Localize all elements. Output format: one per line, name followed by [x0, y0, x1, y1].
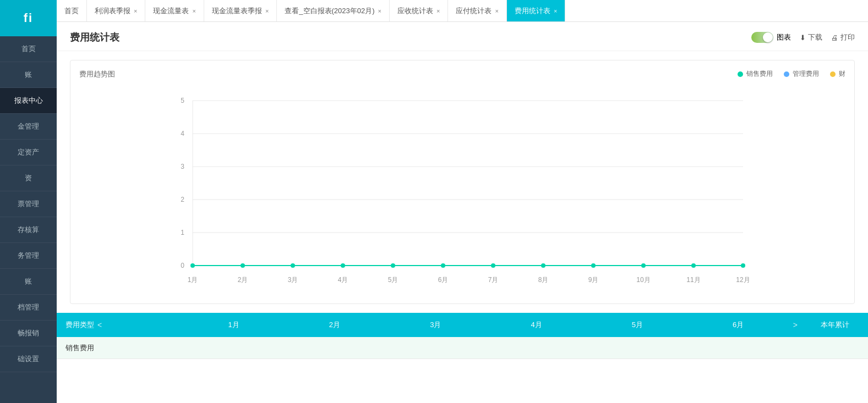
page-header: 费用统计表 图表 ⬇ 下载 🖨 打印 [57, 22, 868, 51]
svg-text:5: 5 [181, 97, 184, 104]
chart-toggle[interactable] [751, 32, 773, 43]
close-tab-blank-report[interactable]: × [378, 8, 381, 14]
page-content: 费用统计表 图表 ⬇ 下载 🖨 打印 [57, 22, 868, 403]
svg-text:4: 4 [181, 130, 184, 137]
table-header-month-5: 5月 [587, 320, 687, 330]
close-tab-profit-quarterly[interactable]: × [134, 8, 137, 14]
print-button[interactable]: 🖨 打印 [831, 32, 855, 42]
svg-text:11月: 11月 [686, 276, 700, 284]
sidebar-item-account[interactable]: 账 [0, 62, 57, 88]
sidebar-item-archive[interactable]: 档管理 [0, 295, 57, 321]
chart-toggle-wrap: 图表 [751, 32, 791, 43]
svg-text:3月: 3月 [288, 276, 298, 284]
table-header-yearly: 本年累计 [802, 320, 868, 330]
sidebar-item-invoice[interactable]: 票管理 [0, 191, 57, 217]
sidebar: fi 首页 账 报表中心 金管理 定资产 资 票管理 存核算 务管理 账 档管理… [0, 0, 57, 403]
table-header-month-1: 1月 [183, 320, 284, 330]
tab-payable[interactable]: 应付统计表 × [448, 0, 506, 21]
close-tab-cashflow[interactable]: × [192, 8, 195, 14]
chart-area: 费用趋势图 销售费用 管理费用 财 [70, 60, 855, 304]
toggle-label: 图表 [777, 32, 791, 42]
tab-profit-quarterly[interactable]: 利润表季报 × [87, 0, 145, 21]
legend-dot-admin [784, 71, 789, 77]
next-arrow[interactable]: > [789, 321, 802, 329]
tab-home[interactable]: 首页 [57, 0, 87, 21]
table-header-month-3: 3月 [385, 320, 486, 330]
svg-text:5月: 5月 [388, 276, 398, 284]
close-tab-payable[interactable]: × [495, 8, 498, 14]
chart-dot-5 [391, 263, 395, 268]
svg-text:7月: 7月 [488, 276, 499, 284]
toggle-knob [763, 32, 773, 42]
close-tab-expense[interactable]: × [554, 8, 557, 14]
prev-arrow[interactable]: < [97, 321, 102, 329]
table-header-month-2: 2月 [284, 320, 385, 330]
sidebar-item-report-center[interactable]: 报表中心 [0, 88, 57, 114]
svg-text:8月: 8月 [538, 276, 549, 284]
svg-text:1: 1 [181, 229, 184, 236]
sidebar-item-home[interactable]: 首页 [0, 36, 57, 62]
data-table: 费用类型 < 1月 2月 3月 4月 5月 6月 > 本年累计 销售费用 [57, 313, 868, 359]
close-tab-cashflow-quarterly[interactable]: × [265, 8, 269, 14]
svg-text:12月: 12月 [736, 276, 750, 284]
svg-text:9月: 9月 [588, 276, 599, 284]
svg-text:1月: 1月 [188, 276, 198, 284]
row-type-sales: 销售费用 [57, 343, 183, 353]
chart-dot-1 [190, 263, 195, 268]
chart-dot-12 [741, 263, 745, 268]
main-content: 首页 利润表季报 × 现金流量表 × 现金流量表季报 × 查看_空白报表(202… [57, 0, 868, 403]
svg-text:2: 2 [181, 196, 184, 203]
sidebar-item-service[interactable]: 务管理 [0, 243, 57, 269]
page-title: 费用统计表 [70, 31, 119, 44]
legend-dot-finance [830, 71, 836, 77]
chart-dot-10 [641, 263, 646, 268]
tab-blank-report[interactable]: 查看_空白报表(2023年02月) × [277, 0, 390, 21]
sidebar-item-settings[interactable]: 础设置 [0, 346, 57, 372]
table-header-type: 费用类型 < [57, 320, 183, 330]
close-tab-receivable[interactable]: × [436, 8, 440, 14]
svg-text:2月: 2月 [238, 276, 248, 284]
chart-dot-8 [541, 263, 545, 268]
tab-expense[interactable]: 费用统计表 × [507, 0, 565, 21]
chart-dot-9 [591, 263, 596, 268]
chart-svg: 5 4 3 2 1 0 [79, 84, 845, 293]
chart-title: 费用趋势图 [79, 69, 115, 79]
chart-svg-wrap: 5 4 3 2 1 0 [79, 84, 845, 295]
chart-legend: 销售费用 管理费用 财 [738, 69, 845, 79]
table-header-month-4: 4月 [486, 320, 587, 330]
svg-text:4月: 4月 [338, 276, 348, 284]
chart-dot-7 [491, 263, 495, 268]
download-button[interactable]: ⬇ 下载 [800, 32, 822, 42]
legend-admin: 管理费用 [784, 69, 819, 79]
sidebar-item-inventory[interactable]: 存核算 [0, 217, 57, 243]
svg-text:6月: 6月 [438, 276, 449, 284]
chart-dot-3 [291, 263, 295, 268]
svg-text:0: 0 [181, 262, 184, 269]
chart-dot-6 [441, 263, 445, 268]
sidebar-item-salary[interactable]: 资 [0, 165, 57, 191]
tab-cashflow-quarterly[interactable]: 现金流量表季报 × [204, 0, 277, 21]
tab-cashflow[interactable]: 现金流量表 × [145, 0, 204, 21]
sidebar-item-ledger[interactable]: 账 [0, 269, 57, 295]
legend-finance: 财 [830, 69, 845, 79]
sidebar-logo: fi [0, 0, 57, 36]
header-actions: 图表 ⬇ 下载 🖨 打印 [751, 32, 855, 43]
legend-dot-sales [738, 71, 743, 77]
sidebar-item-expense[interactable]: 畅报销 [0, 321, 57, 346]
legend-label-sales: 销售费用 [746, 69, 773, 79]
sidebar-item-fixed-assets[interactable]: 定资产 [0, 140, 57, 165]
chart-dot-2 [241, 263, 245, 268]
print-icon: 🖨 [831, 34, 838, 42]
legend-label-finance: 财 [839, 69, 845, 79]
tab-receivable[interactable]: 应收统计表 × [390, 0, 448, 21]
tab-bar: 首页 利润表季报 × 现金流量表 × 现金流量表季报 × 查看_空白报表(202… [57, 0, 868, 22]
table-header-month-6: 6月 [687, 320, 788, 330]
legend-label-admin: 管理费用 [793, 69, 819, 79]
chart-dot-11 [691, 263, 696, 268]
table-row-sales: 销售费用 [57, 337, 868, 359]
chart-dot-4 [341, 263, 345, 268]
svg-text:3: 3 [181, 163, 184, 170]
sidebar-item-fund[interactable]: 金管理 [0, 114, 57, 140]
svg-text:10月: 10月 [636, 276, 650, 284]
legend-sales: 销售费用 [738, 69, 773, 79]
